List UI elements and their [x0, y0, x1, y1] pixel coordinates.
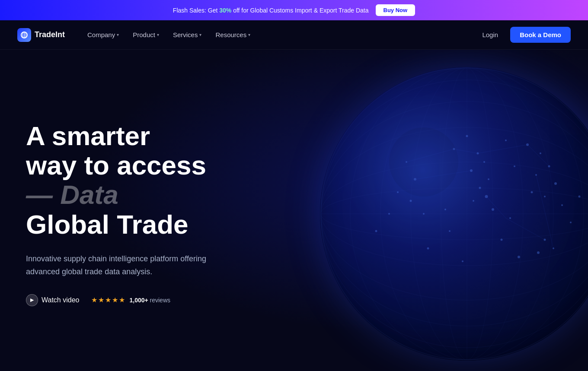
- svg-point-41: [509, 217, 511, 219]
- svg-point-34: [410, 200, 412, 202]
- hero-title-line2: way to access: [26, 151, 233, 180]
- book-demo-button[interactable]: Book a Demo: [510, 27, 571, 43]
- hero-actions: ▶ Watch video ★ ★ ★ ★ ★ 1,000+ reviews: [26, 294, 233, 306]
- svg-point-21: [473, 200, 474, 202]
- svg-point-47: [570, 222, 572, 223]
- logo-icon: [17, 28, 31, 42]
- svg-point-53: [492, 208, 494, 211]
- navbar-left: TradeInt Company ▾ Product ▾ Services ▾: [17, 28, 256, 42]
- svg-point-38: [537, 251, 540, 254]
- svg-point-29: [531, 191, 533, 193]
- hero-description: Innovative supply chain intelligence pla…: [26, 252, 233, 279]
- svg-point-49: [388, 213, 390, 215]
- svg-point-48: [578, 196, 581, 198]
- top-banner: Flash Sales: Get 30% off for Global Cust…: [0, 0, 588, 20]
- login-button[interactable]: Login: [477, 28, 503, 42]
- chevron-down-icon: ▾: [199, 32, 201, 37]
- svg-point-33: [397, 191, 399, 193]
- svg-point-44: [427, 247, 429, 250]
- nav-item-company[interactable]: Company ▾: [82, 28, 124, 42]
- nav-item-services[interactable]: Services ▾: [168, 28, 207, 42]
- navbar-right: Login Book a Demo: [477, 27, 571, 43]
- svg-point-64: [389, 127, 458, 197]
- nav-links: Company ▾ Product ▾ Services ▾ Resources: [82, 28, 256, 42]
- star-4: ★: [112, 296, 118, 304]
- hero-title-line3: Global Trade: [26, 210, 233, 239]
- svg-point-43: [449, 230, 451, 232]
- chevron-down-icon: ▾: [157, 32, 159, 37]
- svg-point-50: [375, 230, 377, 232]
- nav-item-product[interactable]: Product ▾: [128, 28, 164, 42]
- logo[interactable]: TradeInt: [17, 28, 65, 42]
- hero-title-animated: — Data: [26, 180, 233, 209]
- watch-video-button[interactable]: ▶ Watch video: [26, 294, 79, 306]
- svg-point-30: [561, 204, 563, 206]
- chevron-down-icon: ▾: [117, 32, 119, 37]
- svg-point-19: [488, 178, 489, 180]
- svg-point-27: [554, 182, 557, 185]
- svg-point-24: [540, 152, 541, 154]
- navbar: TradeInt Company ▾ Product ▾ Services ▾: [0, 20, 588, 50]
- svg-point-35: [423, 213, 425, 215]
- globe: [320, 67, 588, 361]
- svg-point-20: [479, 187, 481, 189]
- star-5: ★: [119, 296, 125, 304]
- svg-point-54: [444, 209, 446, 210]
- nav-item-resources[interactable]: Resources ▾: [210, 28, 256, 42]
- reviews-text: 1,000+ reviews: [129, 297, 170, 304]
- hero-section: A smarter way to access — Data Global Tr…: [0, 50, 588, 371]
- svg-point-46: [518, 256, 520, 258]
- star-3: ★: [105, 296, 111, 304]
- svg-point-42: [501, 239, 503, 241]
- hero-title-line1: A smarter: [26, 121, 233, 151]
- buy-now-button[interactable]: Buy Now: [376, 4, 415, 16]
- globe-container: [320, 67, 588, 361]
- svg-point-51: [514, 165, 515, 167]
- globe-svg: [320, 67, 588, 361]
- hero-content: A smarter way to access — Data Global Tr…: [0, 87, 259, 341]
- reviews-section: ★ ★ ★ ★ ★ 1,000+ reviews: [91, 296, 170, 304]
- star-rating: ★ ★ ★ ★ ★: [91, 296, 125, 304]
- svg-point-17: [483, 161, 485, 163]
- star-2: ★: [98, 296, 104, 304]
- logo-text: TradeInt: [35, 30, 65, 39]
- svg-point-52: [466, 135, 468, 137]
- svg-point-28: [544, 196, 546, 197]
- play-icon: ▶: [26, 294, 38, 306]
- banner-text: Flash Sales: Get 30% off for Global Cust…: [173, 7, 369, 14]
- chevron-down-icon: ▾: [248, 32, 250, 37]
- star-1: ★: [91, 296, 97, 304]
- svg-point-45: [462, 260, 463, 262]
- svg-point-39: [505, 140, 507, 141]
